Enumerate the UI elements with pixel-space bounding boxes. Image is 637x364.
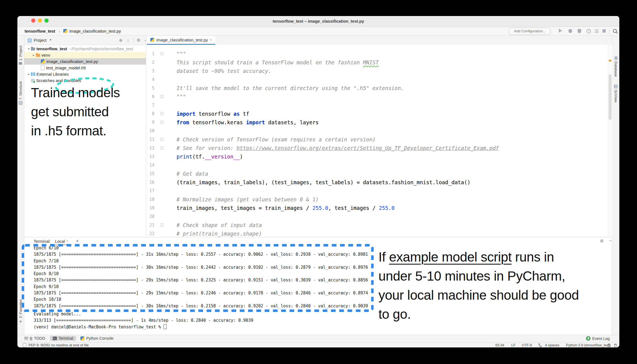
fold-marker-icon[interactable] [160, 146, 164, 149]
line-number: 3 [146, 68, 154, 73]
tree-item-venv[interactable]: ▸venv [24, 52, 146, 58]
search-everywhere-icon[interactable] [613, 29, 617, 33]
tree-item-scratches-and-consoles[interactable]: Scratches and Consoles [24, 77, 146, 84]
tree-item-tensorflow-test[interactable]: ▾tensorflow_test~/PycharmProjects/tensor… [24, 46, 146, 52]
code-line-18[interactable]: 18# Normalize images (get values between… [146, 195, 608, 204]
editor-scrollbar[interactable] [608, 45, 612, 237]
tree-item-test-image-model-h5[interactable]: test_image_model.h5 [24, 65, 146, 71]
line-ending[interactable]: LF [511, 343, 515, 347]
tool-button-todo[interactable]: 6: TODO [24, 336, 45, 341]
project-panel-title[interactable]: Project [34, 38, 47, 43]
tree-item-image-classification-test-py[interactable]: image_classification_test.py [24, 58, 146, 65]
code-line-12[interactable]: 12# See for version: https://www.tensorf… [146, 144, 608, 152]
gear-icon[interactable]: ⚙ [137, 38, 140, 43]
write-access-lock-icon[interactable] [607, 343, 611, 347]
event-log-button[interactable]: 4 Event Log [586, 336, 610, 341]
code-line-15[interactable]: 15# Get data [146, 169, 608, 178]
python-interpreter[interactable]: Python 3.8 (tensorflow_test) [566, 343, 611, 347]
breadcrumb-file[interactable]: image_classification_test.py [69, 29, 121, 33]
pycharm-window: tensorflow_test – image_classification_t… [17, 16, 619, 347]
code-line-2[interactable]: 2This script should train a TensorFlow m… [146, 58, 608, 67]
code-line-4[interactable]: 4 [146, 75, 608, 84]
chevron-down-icon[interactable]: ▾ [50, 38, 51, 42]
code-line-17[interactable]: 17 [146, 186, 608, 195]
run-configurations-icon[interactable] [595, 30, 599, 33]
stop-icon[interactable] [602, 29, 606, 33]
code-line-7[interactable]: 7 [146, 101, 608, 109]
fold-marker-icon[interactable] [160, 52, 164, 55]
code-line-8[interactable]: 8import tensorflow as tf [146, 109, 608, 118]
inspections-profile-icon[interactable] [614, 343, 617, 347]
terminal-prompt[interactable]: (venv) daniel@Daniels-MacBook-Pro tensor… [34, 324, 368, 330]
close-terminal-tab-icon[interactable]: × [66, 239, 69, 243]
caret-position[interactable]: 55:34 [495, 343, 504, 347]
tree-item-external-libraries[interactable]: ▸External Libraries [24, 71, 146, 77]
tool-button-python-console[interactable]: Python Console [80, 336, 114, 341]
terminal-hide-icon[interactable]: − [609, 238, 612, 243]
code-editor[interactable]: 1"""2This script should train a TensorFl… [146, 45, 608, 237]
debug-icon[interactable] [568, 29, 572, 33]
new-terminal-session-icon[interactable]: + [76, 238, 79, 244]
line-number: 18 [146, 197, 154, 202]
tab-image-classification-test[interactable]: image_classification_test.py × [147, 36, 215, 45]
code-line-9[interactable]: 9from tensorflow.keras import datasets, … [146, 118, 608, 126]
line-number: 13 [146, 154, 154, 159]
fold-marker-icon[interactable] [160, 95, 164, 98]
code-line-19[interactable]: 19train_images, test_images = train_imag… [146, 204, 608, 212]
fold-marker-icon[interactable] [160, 121, 164, 124]
code-line-21[interactable]: 21# Check shape of input data [146, 221, 608, 229]
fold-marker-icon[interactable] [160, 138, 164, 141]
code-line-13[interactable]: 13print(tf.__version__) [146, 152, 608, 161]
add-configuration-button[interactable]: Add Configuration... [509, 28, 551, 35]
terminal-line: 1875/1875 [=============================… [34, 264, 368, 271]
git-branch-icon[interactable] [538, 343, 542, 347]
code-line-1[interactable]: 1""" [146, 49, 608, 58]
run-icon[interactable] [559, 29, 562, 33]
terminal-gear-icon[interactable]: ⚙ [600, 239, 604, 244]
terminal-tab-local[interactable]: Local [55, 239, 65, 244]
code-line-6[interactable]: 6""" [146, 92, 608, 101]
warning-stripe-mark[interactable] [609, 60, 611, 62]
terminal-button-label: Terminal [59, 336, 73, 341]
terminal-line: Epoch 10/10 [34, 296, 368, 303]
scrollbar-thumb[interactable] [609, 74, 612, 120]
fold-marker-icon[interactable] [160, 112, 164, 115]
locate-file-icon[interactable]: ⊕ [119, 38, 123, 43]
star-icon: ★ [19, 320, 23, 324]
code-line-10[interactable]: 10 [146, 126, 608, 135]
header-divider [134, 38, 134, 43]
code-line-16[interactable]: 16(train_images, train_labels), (test_im… [146, 178, 608, 186]
sciview-icon [614, 85, 618, 88]
code-line-22[interactable]: 22# print(train_images.shape) [146, 229, 608, 237]
breadcrumb-project[interactable]: tensorflow_test [25, 29, 55, 33]
indent-setting[interactable]: 4 spaces [545, 343, 559, 347]
tree-arrow-icon[interactable]: ▸ [27, 72, 31, 76]
collapse-all-icon[interactable]: ↕ [127, 38, 129, 43]
python-icon [80, 336, 85, 341]
code-line-11[interactable]: 11# Check version of TensorFlow (exam re… [146, 135, 608, 144]
fold-marker-icon[interactable] [160, 223, 164, 226]
tool-button-terminal[interactable]: >_ Terminal [50, 336, 76, 341]
tool-button-sciview[interactable]: SciView [614, 85, 618, 102]
code-text: It'll save the model to the current dire… [177, 85, 404, 91]
close-tab-icon[interactable]: × [210, 38, 212, 42]
tool-button-favorites[interactable]: ★ 2: Favorites [19, 299, 23, 324]
python-file-icon [150, 38, 154, 42]
code-line-20[interactable]: 20 [146, 212, 608, 221]
tool-button-database[interactable]: Database [614, 57, 618, 77]
tool-button-project[interactable]: 1: Project [19, 46, 23, 65]
code-line-14[interactable]: 14 [146, 161, 608, 169]
python-console-label: Python Console [86, 336, 114, 341]
profiler-icon[interactable] [586, 29, 591, 33]
tree-arrow-icon[interactable]: ▾ [27, 47, 31, 51]
code-line-5[interactable]: 5It'll save the model to the current dir… [146, 84, 608, 92]
code-text: from tensorflow.keras import datasets, l… [177, 119, 319, 125]
code-text: (train_images, train_labels), (test_imag… [177, 179, 470, 185]
tree-arrow-icon[interactable]: ▸ [31, 53, 36, 57]
coverage-icon[interactable] [578, 29, 581, 33]
line-number: 7 [146, 103, 154, 108]
tool-button-structure[interactable]: 7: Structure [19, 81, 23, 105]
terminal-tool-window[interactable]: Terminal: Local × + ⚙ − Epoch 6/101875/1… [24, 237, 612, 335]
code-line-3[interactable]: 3dataset to ~90% test accuracy. [146, 67, 608, 75]
file-encoding[interactable]: UTF-8 [522, 343, 532, 347]
